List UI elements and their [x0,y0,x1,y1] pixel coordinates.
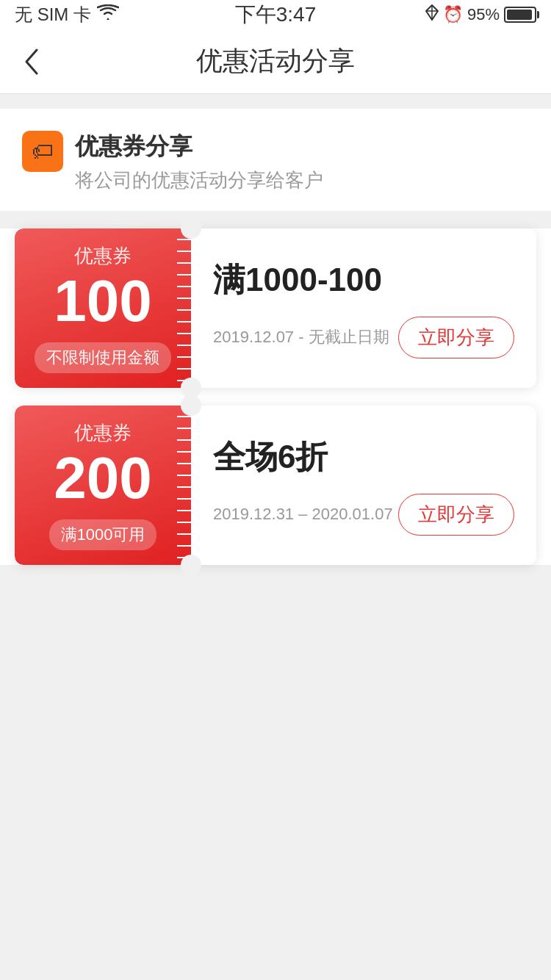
battery-icon [504,7,536,23]
coupon-condition-1: 不限制使用金额 [35,342,171,373]
alarm-icon: ⏰ [443,5,463,24]
share-button-2[interactable]: 立即分享 [398,494,514,536]
status-time: 下午3:47 [235,1,317,29]
coupon-list: 优惠券 100 不限制使用金额 满1000-100 2019.12.07 - 无… [0,228,551,565]
page-title: 优惠活动分享 [196,43,355,79]
coupon-name-1: 满1000-100 [213,259,514,302]
coupon-left-2: 优惠券 200 满1000可用 [15,406,191,565]
status-left: 无 SIM 卡 [15,3,119,26]
notch-bottom-2 [181,555,201,575]
coupon-date-1: 2019.12.07 - 无截止日期 [213,326,389,348]
location-icon [425,4,439,25]
coupon-amount-2: 200 [54,449,151,508]
section-subtitle: 将公司的优惠活动分享给客户 [75,167,323,193]
coupon-date-2: 2019.12.31 – 2020.01.07 [213,505,393,524]
section-title: 优惠券分享 [75,131,323,163]
coupon-label-2: 优惠券 [74,420,132,446]
coupon-ticket-2: 优惠券 200 满1000可用 全场6折 2019.12.31 – 2020.0… [15,406,536,565]
page-content: 🏷 优惠券分享 将公司的优惠活动分享给客户 优惠券 100 不限制使用金额 满1… [0,109,551,980]
coupon-ticket-1: 优惠券 100 不限制使用金额 满1000-100 2019.12.07 - 无… [15,228,536,388]
coupon-item: 优惠券 100 不限制使用金额 满1000-100 2019.12.07 - 无… [15,228,536,388]
section-icon: 🏷 [22,131,63,172]
coupon-label-1: 优惠券 [74,243,132,269]
coupon-name-2: 全场6折 [213,436,514,479]
section-text: 优惠券分享 将公司的优惠活动分享给客户 [75,131,323,193]
status-bar: 无 SIM 卡 下午3:47 ⏰ 95% [0,0,551,29]
coupon-bottom-1: 2019.12.07 - 无截止日期 立即分享 [213,317,514,359]
share-button-1[interactable]: 立即分享 [398,317,514,359]
wifi-icon [97,4,119,25]
coupon-item-2: 优惠券 200 满1000可用 全场6折 2019.12.31 – 2020.0… [15,406,536,565]
coupon-icon: 🏷 [32,139,54,164]
nav-bar: 优惠活动分享 [0,29,551,94]
coupon-left-1: 优惠券 100 不限制使用金额 [15,228,191,388]
coupon-condition-2: 满1000可用 [49,519,157,550]
notch-top-1 [181,218,201,239]
battery-percent: 95% [467,5,500,24]
coupon-right-2: 全场6折 2019.12.31 – 2020.01.07 立即分享 [191,406,536,565]
coupon-bottom-2: 2019.12.31 – 2020.01.07 立即分享 [213,494,514,536]
carrier-label: 无 SIM 卡 [15,3,91,26]
section-header: 🏷 优惠券分享 将公司的优惠活动分享给客户 [0,109,551,211]
status-right: ⏰ 95% [425,4,536,25]
coupon-amount-1: 100 [54,272,151,331]
coupon-right-1: 满1000-100 2019.12.07 - 无截止日期 立即分享 [191,228,536,388]
back-button[interactable] [22,47,40,76]
notch-top-2 [181,395,201,416]
